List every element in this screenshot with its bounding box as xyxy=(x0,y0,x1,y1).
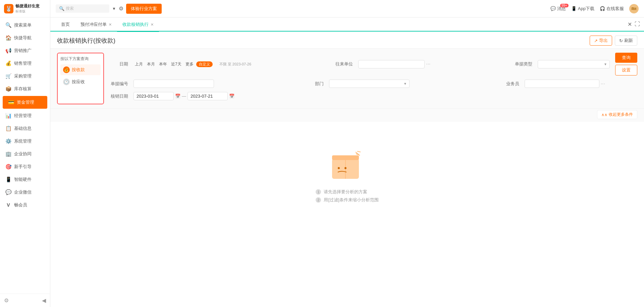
filter-option-receipt-label: 按收款 xyxy=(72,67,85,73)
dept-select-wrapper: ▼ xyxy=(329,80,410,88)
date-shortcuts: 上月 本月 本年 近7天 更多 自定义 xyxy=(133,61,213,68)
sidebar-item-sales[interactable]: 💰 销售管理 xyxy=(0,57,50,70)
settings-button[interactable]: 设置 xyxy=(615,65,637,75)
sidebar-item-label: 经营管理 xyxy=(14,113,32,119)
staff-label: 业务员 xyxy=(500,81,519,87)
writeoff-end-input[interactable] xyxy=(187,92,228,100)
sidebar-item-label: 新手引导 xyxy=(14,164,32,170)
date-shortcut-more[interactable]: 更多 xyxy=(184,61,195,68)
writeoff-start-calendar-icon[interactable]: 📅 xyxy=(175,94,180,99)
sidebar-item-label: 企业微信 xyxy=(14,189,32,195)
sidebar-item-search-menu[interactable]: 🔍 搜索菜单 xyxy=(0,19,50,32)
dept-select[interactable] xyxy=(329,80,410,88)
tab-collection-close-icon[interactable]: ✕ xyxy=(151,22,154,27)
voucher-no-field xyxy=(133,80,214,88)
writeoff-date-group: 📅 — 📅 xyxy=(133,92,234,100)
counterpart-input[interactable] xyxy=(358,60,425,68)
enterprise-icon: 🏢 xyxy=(5,151,11,157)
tab-home[interactable]: 首页 xyxy=(56,18,75,32)
filter-sidebar: 按以下方案查询 💰 按收款 🕐 按应收 xyxy=(57,53,104,104)
settings-icon[interactable]: ⚙ xyxy=(4,297,9,304)
sidebar-item-label: 营销推广 xyxy=(14,48,32,54)
date-shortcut-this-month[interactable]: 本月 xyxy=(146,61,156,68)
sidebar-item-label: 采购管理 xyxy=(14,73,32,79)
sidebar-item-operations[interactable]: 📊 经营管理 xyxy=(0,109,50,122)
sidebar-item-basic-info[interactable]: 📋 基础信息 xyxy=(0,122,50,135)
date-shortcut-this-year[interactable]: 本年 xyxy=(158,61,168,68)
counterpart-dots-icon[interactable]: ··· xyxy=(426,61,430,67)
filter-actions: 查询 设置 xyxy=(615,53,637,75)
date-shortcut-custom[interactable]: 自定义 xyxy=(196,61,213,67)
app-logo: 🐰 畅捷通好生意 标准版 xyxy=(0,0,50,17)
close-tab-icon[interactable]: ✕ xyxy=(628,21,632,28)
page-header: 收款核销执行(按收款) ↗ 导出 ↻ 刷新 xyxy=(50,32,644,49)
sidebar-item-quick-nav[interactable]: 🏠 快捷导航 xyxy=(0,32,50,44)
date-range-separator: — xyxy=(182,94,186,99)
sidebar-item-label: 系统管理 xyxy=(14,138,32,144)
voucher-type-label: 单据类型 xyxy=(514,61,532,67)
app-download-label: App下载 xyxy=(578,6,594,12)
sidebar-item-label: 畅会员 xyxy=(14,202,27,208)
date-label: 日期 xyxy=(109,61,128,67)
voucher-no-input[interactable] xyxy=(133,80,214,88)
sidebar-item-system[interactable]: ⚙️ 系统管理 xyxy=(0,135,50,148)
user-avatar: Rit xyxy=(629,4,639,13)
sidebar-item-vip[interactable]: V 畅会员 xyxy=(0,199,50,211)
svg-line-6 xyxy=(357,151,361,152)
date-shortcut-last-month[interactable]: 上月 xyxy=(133,61,144,68)
message-button[interactable]: 💬 消息 99+ xyxy=(550,6,566,12)
writeoff-end-calendar-icon[interactable]: 📅 xyxy=(229,94,234,99)
sidebar-item-finance[interactable]: 💳 资金管理 xyxy=(3,96,47,109)
tab-prepay-close-icon[interactable]: ✕ xyxy=(109,22,112,27)
online-service-button[interactable]: 🎧 在线客服 xyxy=(600,6,624,12)
collapse-more-button[interactable]: ∧∧ 收起更多条件 xyxy=(597,110,637,119)
filter-option-by-receivable[interactable]: 🕐 按应收 xyxy=(60,76,101,87)
filter-row-2: 单据编号 部门 ▼ 业务员 xyxy=(109,80,637,88)
tab-prepay[interactable]: 预付冲应付单 ✕ xyxy=(75,18,117,32)
filter-option-by-receipt[interactable]: 💰 按收款 xyxy=(60,64,101,75)
app-download-button[interactable]: 📱 App下载 xyxy=(571,6,594,12)
collapse-sidebar-icon[interactable]: ◀ xyxy=(42,297,46,304)
sidebar-item-label: 资金管理 xyxy=(17,99,34,105)
filter-row-3: 核销日期 📅 — 📅 xyxy=(109,92,637,100)
dropdown-chevron-icon[interactable]: ▼ xyxy=(112,6,116,11)
tab-collection[interactable]: 收款核销执行 ✕ xyxy=(117,18,159,32)
purchase-icon: 🛒 xyxy=(5,73,11,79)
user-profile[interactable]: Rit xyxy=(629,4,639,13)
basic-info-icon: 📋 xyxy=(5,125,11,132)
sidebar-item-enterprise[interactable]: 🏢 企业协同 xyxy=(0,148,50,160)
date-shortcut-7days[interactable]: 近7天 xyxy=(170,61,183,68)
sidebar-item-label: 库存核算 xyxy=(14,86,32,92)
expand-tab-icon[interactable]: ⛶ xyxy=(635,21,640,27)
staff-input[interactable] xyxy=(525,80,599,88)
export-button[interactable]: ↗ 导出 xyxy=(590,36,612,46)
filter-panel: 按以下方案查询 💰 按收款 🕐 按应收 日期 xyxy=(50,49,644,109)
home-icon: 🏠 xyxy=(5,35,11,41)
sidebar-item-label: 搜索菜单 xyxy=(14,22,32,28)
sidebar-item-guide[interactable]: 🎯 新手引导 xyxy=(0,160,50,173)
page-header-actions: ↗ 导出 ↻ 刷新 xyxy=(590,36,637,46)
gear-icon[interactable]: ⚙ xyxy=(119,5,123,12)
counterpart-label: 往来单位 xyxy=(334,61,353,67)
sidebar-item-marketing[interactable]: 📢 营销推广 xyxy=(0,44,50,57)
solution-button[interactable]: 体验行业方案 xyxy=(126,4,162,14)
operations-icon: 📊 xyxy=(5,113,11,119)
message-badge: 99+ xyxy=(560,4,569,7)
logo-icon: 🐰 xyxy=(4,4,13,13)
sidebar: 🐰 畅捷通好生意 标准版 🔍 搜索菜单 🏠 快捷导航 📢 营销推广 💰 销售管理… xyxy=(0,0,50,307)
sidebar-item-hardware[interactable]: 📱 智能硬件 xyxy=(0,173,50,186)
filter-option-receivable-label: 按应收 xyxy=(72,79,85,85)
tab-prepay-label: 预付冲应付单 xyxy=(80,21,107,28)
sidebar-item-purchase[interactable]: 🛒 采购管理 xyxy=(0,70,50,83)
refresh-button[interactable]: ↻ 刷新 xyxy=(615,36,637,46)
staff-dots-icon[interactable]: ··· xyxy=(601,81,605,87)
sidebar-item-wechat[interactable]: 💬 企业微信 xyxy=(0,186,50,199)
query-button[interactable]: 查询 xyxy=(615,53,637,63)
vip-icon: V xyxy=(5,202,11,208)
voucher-type-select[interactable] xyxy=(538,60,610,68)
header-right: 💬 消息 99+ 📱 App下载 🎧 在线客服 Rit xyxy=(550,4,639,13)
sidebar-item-inventory[interactable]: 📦 库存核算 xyxy=(0,83,50,95)
writeoff-start-input[interactable] xyxy=(133,92,174,100)
receipt-option-icon: 💰 xyxy=(63,66,70,73)
header-search-area[interactable]: 🔍 搜索 xyxy=(56,4,109,13)
